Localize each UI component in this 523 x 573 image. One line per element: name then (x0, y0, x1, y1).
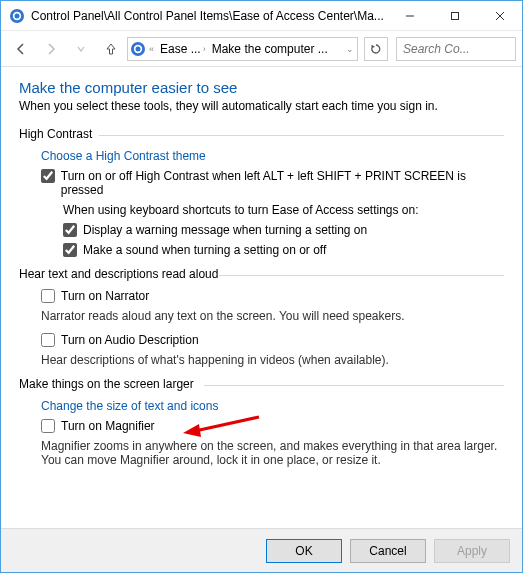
content-pane: Make the computer easier to see When you… (1, 67, 522, 528)
close-button[interactable] (477, 1, 522, 30)
warning-message-checkbox[interactable] (63, 223, 77, 237)
checkbox-label: Turn on or off High Contrast when left A… (61, 169, 504, 197)
breadcrumb-label: Make the computer ... (212, 42, 328, 56)
audio-desc-description: Hear descriptions of what's happening in… (41, 353, 504, 367)
up-button[interactable] (97, 35, 125, 63)
high-contrast-toggle-checkbox[interactable] (41, 169, 55, 183)
checkbox-label: Turn on Audio Description (61, 333, 199, 347)
high-contrast-theme-link[interactable]: Choose a High Contrast theme (41, 149, 206, 163)
svg-line-10 (195, 417, 259, 431)
group-make-larger: Make things on the screen larger (19, 377, 504, 391)
button-bar: OK Cancel Apply (1, 528, 522, 572)
search-input[interactable] (396, 37, 516, 61)
page-title: Make the computer easier to see (19, 79, 504, 96)
group-narrator: Hear text and descriptions read aloud (19, 267, 504, 281)
refresh-button[interactable] (364, 37, 388, 61)
make-sound-row[interactable]: Make a sound when turning a setting on o… (63, 243, 504, 257)
turn-on-magnifier-checkbox[interactable] (41, 419, 55, 433)
turn-on-audio-desc-row[interactable]: Turn on Audio Description (41, 333, 504, 347)
checkbox-label: Make a sound when turning a setting on o… (83, 243, 326, 257)
make-sound-checkbox[interactable] (63, 243, 77, 257)
svg-point-9 (136, 46, 141, 51)
svg-rect-4 (451, 12, 458, 19)
magnifier-description: Magnifier zooms in anywhere on the scree… (41, 439, 504, 467)
group-high-contrast: High Contrast (19, 127, 504, 141)
checkbox-label: Turn on Magnifier (61, 419, 155, 433)
maximize-button[interactable] (432, 1, 477, 30)
nav-toolbar: « Ease ... › Make the computer ... ⌄ (1, 31, 522, 67)
shortcut-subheader: When using keyboard shortcuts to turn Ea… (63, 203, 504, 217)
checkbox-label: Turn on Narrator (61, 289, 149, 303)
svg-point-2 (15, 13, 20, 18)
chevron-icon[interactable]: « (146, 38, 157, 60)
svg-marker-11 (183, 424, 201, 437)
turn-on-narrator-row[interactable]: Turn on Narrator (41, 289, 504, 303)
narrator-description: Narrator reads aloud any text on the scr… (41, 309, 504, 323)
minimize-button[interactable] (387, 1, 432, 30)
turn-on-audio-desc-checkbox[interactable] (41, 333, 55, 347)
ok-button[interactable]: OK (266, 539, 342, 563)
window-title: Control Panel\All Control Panel Items\Ea… (25, 9, 387, 23)
address-dropdown[interactable]: ⌄ (343, 38, 357, 60)
turn-on-narrator-checkbox[interactable] (41, 289, 55, 303)
forward-button[interactable] (37, 35, 65, 63)
cancel-button[interactable]: Cancel (350, 539, 426, 563)
turn-on-magnifier-row[interactable]: Turn on Magnifier (41, 419, 504, 433)
change-text-size-link[interactable]: Change the size of text and icons (41, 399, 218, 413)
checkbox-label: Display a warning message when turning a… (83, 223, 367, 237)
address-bar[interactable]: « Ease ... › Make the computer ... ⌄ (127, 37, 358, 61)
page-subtitle: When you select these tools, they will a… (19, 99, 504, 113)
high-contrast-toggle-row[interactable]: Turn on or off High Contrast when left A… (41, 169, 504, 197)
recent-dropdown[interactable] (67, 35, 95, 63)
location-icon (130, 41, 146, 57)
breadcrumb-label: Ease ... (160, 42, 201, 56)
title-bar: Control Panel\All Control Panel Items\Ea… (1, 1, 522, 31)
app-icon (9, 8, 25, 24)
breadcrumb-seg-2[interactable]: Make the computer ... (209, 38, 331, 60)
breadcrumb-seg-1[interactable]: Ease ... › (157, 38, 209, 60)
annotation-arrow-icon (181, 413, 261, 439)
back-button[interactable] (7, 35, 35, 63)
chevron-right-icon: › (203, 44, 206, 54)
apply-button[interactable]: Apply (434, 539, 510, 563)
warning-message-row[interactable]: Display a warning message when turning a… (63, 223, 504, 237)
